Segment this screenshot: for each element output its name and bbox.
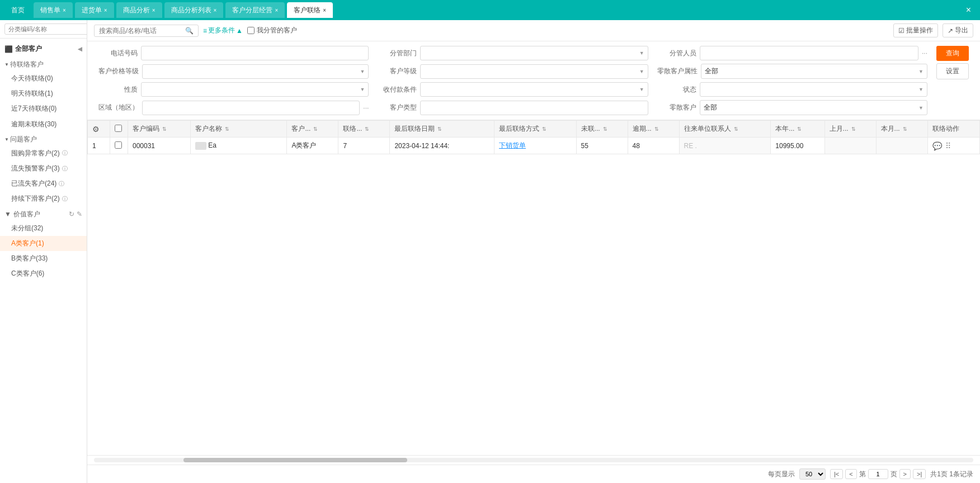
retail-select[interactable]: 全部 ▼	[700, 100, 927, 115]
customer-type-input[interactable]	[420, 101, 648, 115]
filter-search-icon[interactable]: 🔍	[185, 27, 194, 35]
last-month-sort-icon[interactable]: ⇅	[851, 126, 856, 132]
price-grade-select[interactable]: ▼	[142, 64, 369, 79]
analysis-close-icon[interactable]: ×	[152, 7, 156, 13]
nav-tab-customer-contact[interactable]: 客户联络 ×	[287, 2, 333, 18]
filter-search-input[interactable]	[99, 27, 183, 35]
row-checkbox[interactable]	[115, 141, 122, 149]
select-all-checkbox[interactable]	[115, 125, 122, 132]
th-checkbox	[110, 121, 128, 138]
contact-sort-icon[interactable]: ⇅	[365, 126, 369, 132]
table-gear-icon[interactable]: ⚙	[92, 125, 100, 134]
nav-tab-analysis-list[interactable]: 商品分析列表 ×	[164, 2, 224, 18]
batch-operation-button[interactable]: ☑ 批量操作	[893, 23, 938, 37]
nav-tab-analysis[interactable]: 商品分析 ×	[116, 2, 162, 18]
analysis-list-close-icon[interactable]: ×	[214, 7, 217, 13]
scroll-thumb[interactable]	[183, 458, 407, 462]
sidebar-item-c-class[interactable]: C类客户(6)	[0, 266, 87, 281]
pending-arrow-icon: ▼	[4, 62, 9, 67]
no-contact-sort-icon[interactable]: ⇅	[603, 126, 607, 132]
filter-more-conditions[interactable]: ≡ 更多条件 ▲	[203, 26, 243, 35]
sidebar-all-customers[interactable]: ⬛ 全部客户 ◀	[0, 41, 87, 57]
sidebar-item-today-pending[interactable]: 今天待联络(0)	[0, 71, 87, 86]
value-refresh-icon[interactable]: ↻	[69, 210, 74, 218]
message-action-icon[interactable]: 💬	[932, 141, 942, 150]
nature-select[interactable]: ▼	[141, 82, 369, 97]
filter-row-1: 电话号码 分管部门 ▼ 分管人员	[94, 46, 932, 60]
page-size-select[interactable]: 50	[799, 468, 826, 480]
next-page-button[interactable]: >	[899, 469, 911, 479]
customer-contact-close-icon[interactable]: ×	[323, 7, 326, 13]
window-close-icon[interactable]: ×	[962, 3, 976, 17]
sidebar-item-hoard[interactable]: 囤购异常客户(2) ⓘ	[0, 146, 87, 161]
sidebar-item-a-class[interactable]: A类客户(1)	[0, 236, 87, 251]
hoard-info-icon[interactable]: ⓘ	[62, 149, 68, 158]
first-page-button[interactable]: |<	[830, 469, 843, 479]
sidebar-item-tomorrow-pending[interactable]: 明天待联络(1)	[0, 86, 87, 101]
nav-tab-sales[interactable]: 销售单 ×	[34, 2, 73, 18]
value-section-icons: ↻ ✎	[69, 210, 82, 218]
phone-label: 电话号码	[98, 49, 138, 58]
phone-input[interactable]	[141, 46, 369, 60]
manager-input[interactable]	[700, 46, 918, 60]
sales-close-icon[interactable]: ×	[63, 7, 66, 13]
payment-select[interactable]: ▼	[420, 82, 648, 97]
code-sort-icon[interactable]: ⇅	[162, 126, 167, 132]
query-button[interactable]: 查询	[936, 46, 969, 61]
dept-select[interactable]: ▼	[420, 46, 648, 60]
status-select[interactable]: ▼	[700, 82, 927, 97]
table-header-row: ⚙ 客户编码 ⇅ 客户名称 ⇅	[88, 121, 980, 138]
sidebar-item-overdue-pending[interactable]: 逾期未联络(30)	[0, 117, 87, 132]
churn-warning-info-icon[interactable]: ⓘ	[62, 164, 68, 173]
sidebar-item-7day-pending[interactable]: 近7天待联络(0)	[0, 101, 87, 116]
more-action-icon[interactable]: ⠿	[945, 141, 951, 150]
page-label: 第	[859, 470, 866, 479]
value-edit-icon[interactable]: ✎	[77, 210, 82, 218]
name-sort-icon[interactable]: ⇅	[225, 126, 229, 132]
th-this-month: 本月... ⇅	[876, 121, 927, 138]
region-input[interactable]	[142, 101, 360, 115]
purchase-close-icon[interactable]: ×	[104, 7, 107, 13]
nav-tab-home[interactable]: 首页	[4, 2, 31, 18]
retail-attr-select[interactable]: 全部 ▼	[701, 64, 927, 79]
pagination-footer: 每页显示 50 |< < 第 页 > >| 共1页 1条记录	[87, 465, 980, 483]
manager-label: 分管人员	[657, 49, 696, 58]
table-area: ⚙ 客户编码 ⇅ 客户名称 ⇅	[87, 120, 980, 455]
unit-contact-sort-icon[interactable]: ⇅	[734, 126, 738, 132]
export-button[interactable]: ↗ 导出	[943, 23, 973, 37]
sidebar-item-churned[interactable]: 已流失客户(24) ⓘ	[0, 176, 87, 191]
nav-tab-purchase[interactable]: 进货单 ×	[75, 2, 114, 18]
sidebar-search-input[interactable]	[4, 23, 87, 35]
customer-segment-close-icon[interactable]: ×	[275, 7, 278, 13]
declining-info-icon[interactable]: ⓘ	[62, 195, 68, 203]
sidebar-item-churn-warning[interactable]: 流失预警客户(3) ⓘ	[0, 161, 87, 176]
name-avatar	[195, 142, 206, 150]
region-dots-icon[interactable]: ···	[363, 104, 369, 112]
settings-button[interactable]: 设置	[936, 63, 969, 79]
my-customers-filter[interactable]: 我分管的客户	[247, 26, 297, 35]
customer-grade-select[interactable]: ▼	[420, 64, 648, 79]
last-page-button[interactable]: >|	[913, 469, 926, 479]
nav-tab-customer-segment[interactable]: 客户分层经营 ×	[225, 2, 285, 18]
sidebar-collapse-icon[interactable]: ◀	[78, 46, 82, 52]
sidebar-item-declining[interactable]: 持续下滑客户(2) ⓘ	[0, 191, 87, 206]
this-year-sort-icon[interactable]: ⇅	[797, 126, 802, 132]
page-input[interactable]	[868, 469, 888, 479]
problem-arrow-icon: ▼	[4, 137, 9, 142]
action-icons-group: 💬 ⠿	[932, 141, 975, 150]
customer-type-sort-icon[interactable]: ⇅	[313, 126, 318, 132]
manager-dots-icon[interactable]: ···	[922, 49, 927, 57]
last-way-sort-icon[interactable]: ⇅	[542, 126, 546, 132]
prev-page-button[interactable]: <	[845, 469, 856, 479]
th-unit-contact-label: 往来单位联系人	[684, 125, 731, 132]
last-way-link[interactable]: 下销货单	[499, 141, 526, 149]
sidebar-item-ungroup[interactable]: 未分组(32)	[0, 221, 87, 236]
this-month-sort-icon[interactable]: ⇅	[903, 126, 907, 132]
my-customers-checkbox[interactable]	[247, 27, 255, 34]
sidebar-item-b-class[interactable]: B类客户(33)	[0, 251, 87, 266]
home-label: 首页	[11, 6, 25, 15]
filter-icon: ≡	[203, 27, 207, 35]
overdue-sort-icon[interactable]: ⇅	[654, 126, 659, 132]
last-date-sort-icon[interactable]: ⇅	[437, 126, 442, 132]
churned-info-icon[interactable]: ⓘ	[59, 179, 64, 188]
